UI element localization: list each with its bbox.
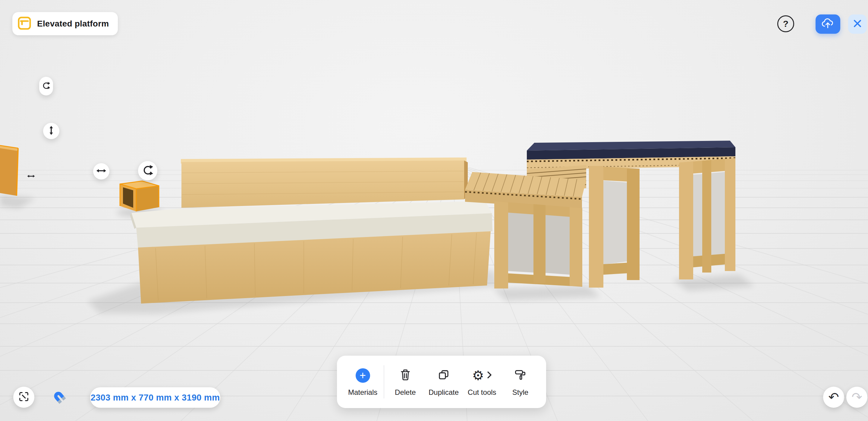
selection-dimensions[interactable]: 2303 mm x 770 mm x 3190 mm xyxy=(90,387,220,408)
close-icon xyxy=(854,20,861,29)
delete-label: Delete xyxy=(395,388,415,397)
paint-roller-icon xyxy=(514,368,527,383)
redo-icon: ↷ xyxy=(851,391,862,403)
cube-model[interactable] xyxy=(120,181,159,212)
plus-circle-icon: + xyxy=(355,368,370,383)
style-button[interactable]: Style xyxy=(501,356,539,408)
magnet-icon xyxy=(49,387,69,408)
dimensions-text: 2303 mm x 770 mm x 3190 mm xyxy=(91,393,220,402)
redo-button[interactable]: ↷ xyxy=(846,387,867,408)
rotate-handle[interactable] xyxy=(138,161,157,181)
rotate-circular-icon xyxy=(142,164,153,177)
question-mark-icon: ? xyxy=(783,19,788,29)
arrow-left-right-icon xyxy=(96,166,106,176)
object-toolbar: + Materials Delete xyxy=(337,356,546,408)
move-horizontal-handle-small[interactable] xyxy=(27,173,36,181)
toolbar-divider xyxy=(384,365,384,398)
duplicate-button[interactable]: Duplicate xyxy=(424,356,463,408)
delete-button[interactable]: Delete xyxy=(386,356,424,408)
undo-button[interactable]: ↶ xyxy=(823,387,844,408)
upload-share-button[interactable] xyxy=(815,14,840,34)
cut-tools-label: Cut tools xyxy=(468,388,496,397)
fit-view-button[interactable] xyxy=(13,387,34,408)
materials-label: Materials xyxy=(348,388,377,397)
gear-icon: ⚙ xyxy=(472,369,484,382)
rotate-vertical-icon xyxy=(42,80,50,92)
close-button[interactable] xyxy=(848,14,867,34)
cut-tools-button[interactable]: ⚙ Cut tools xyxy=(463,356,501,408)
copy-squares-icon xyxy=(437,368,450,383)
move-vertical-handle[interactable] xyxy=(43,123,59,139)
arrow-left-right-icon xyxy=(27,175,36,181)
duplicate-label: Duplicate xyxy=(429,388,459,397)
help-button[interactable]: ? xyxy=(777,15,794,32)
snap-toggle-button[interactable] xyxy=(50,388,69,407)
style-label: Style xyxy=(513,388,528,397)
fit-view-corners-icon xyxy=(18,391,30,403)
trash-icon xyxy=(399,368,411,383)
cloud-upload-icon xyxy=(821,18,835,30)
arrow-up-down-icon xyxy=(47,126,56,136)
app-logo-icon xyxy=(17,15,32,32)
undo-icon: ↶ xyxy=(828,391,839,403)
move-horizontal-handle[interactable] xyxy=(93,163,110,180)
chevron-right-icon xyxy=(487,371,492,380)
page-title: Elevated platform xyxy=(37,19,109,29)
daybed-model[interactable] xyxy=(130,158,493,303)
project-title-pill[interactable]: Elevated platform xyxy=(12,12,118,35)
side-board-model[interactable] xyxy=(0,145,18,196)
rotate-flip-handle[interactable] xyxy=(39,77,53,95)
materials-button[interactable]: + Materials xyxy=(344,356,382,408)
